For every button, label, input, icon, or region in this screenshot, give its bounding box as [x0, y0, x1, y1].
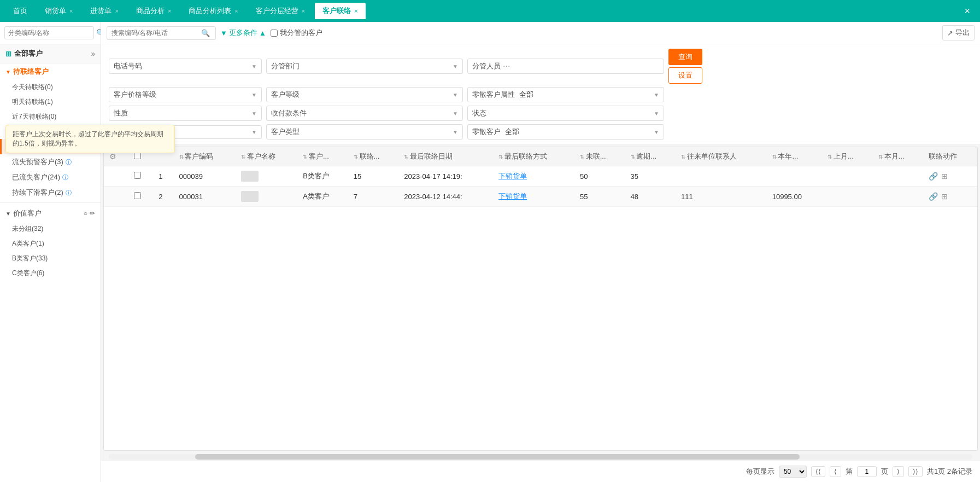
- toolbar-row: 🔍 ▼ 更多条件 ▲ 我分管的客户 ↗ 导出: [101, 22, 980, 44]
- info-icon-2[interactable]: ⓘ: [62, 173, 68, 182]
- sidebar-item-loss-warning[interactable]: 流失预警客户(3) ⓘ: [0, 154, 101, 170]
- col-this-month[interactable]: 本月...: [873, 147, 924, 166]
- filter-retail-customer[interactable]: 零散客户 全部 ▼: [467, 124, 664, 140]
- filter-phone[interactable]: 电话号码 ▼: [109, 59, 262, 74]
- row-action-link-icon[interactable]: 🔗: [929, 172, 938, 181]
- tab-customer-segmentation[interactable]: 客户分层经营 ×: [248, 3, 313, 19]
- filter-customer-type[interactable]: 客户类型 ▼: [266, 124, 463, 140]
- col-this-year[interactable]: 本年...: [767, 147, 823, 166]
- row-checkbox[interactable]: [134, 172, 141, 179]
- last-contact-method-link[interactable]: 下销货单: [498, 192, 527, 200]
- sidebar-item-7days-contact[interactable]: 近7天待联络(0): [0, 109, 101, 124]
- row-last-month: [822, 187, 873, 207]
- sidebar-all-customers[interactable]: ⊞ 全部客户 »: [0, 44, 101, 63]
- sidebar-search-input[interactable]: [4, 26, 94, 39]
- filter-retail-attr[interactable]: 零散客户属性 全部 ▼: [467, 87, 664, 102]
- tab-product-analysis-list[interactable]: 商品分析列表 ×: [181, 3, 245, 19]
- my-customers-checkbox-label[interactable]: 我分管的客户: [271, 28, 322, 38]
- row-this-month: [873, 187, 924, 207]
- query-button[interactable]: 查询: [668, 49, 702, 65]
- col-code[interactable]: 客户编码: [174, 147, 236, 166]
- tab-product-analysis[interactable]: 商品分析 ×: [128, 3, 179, 19]
- sidebar-item-a-class[interactable]: A类客户(1): [0, 236, 101, 251]
- first-page-button[interactable]: ⟨⟨: [811, 466, 825, 477]
- filter-customer-type-arrow: ▼: [453, 129, 458, 135]
- filter-nature[interactable]: 性质 ▼: [109, 106, 262, 121]
- sidebar-value-customer-group[interactable]: ▼ 价值客户 ○ ✏: [0, 205, 101, 222]
- sidebar-item-b-class[interactable]: B类客户(33): [0, 251, 101, 266]
- scrollbar-thumb[interactable]: [195, 454, 800, 460]
- sidebar-item-today-contact[interactable]: 今天待联络(0): [0, 80, 101, 95]
- tab-sales-order[interactable]: 销货单 ×: [37, 3, 80, 19]
- last-contact-method-link[interactable]: 下销货单: [498, 172, 527, 180]
- filter-dept[interactable]: 分管部门 ▼: [266, 59, 463, 74]
- col-last-month[interactable]: 上月...: [822, 147, 873, 166]
- filter-customer-level[interactable]: 客户等级 ▼: [266, 87, 463, 102]
- sidebar-search-icon[interactable]: 🔍: [96, 28, 101, 37]
- value-group-edit-icon[interactable]: ✏: [90, 210, 95, 217]
- action-buttons: 查询 设置: [668, 49, 702, 84]
- table-settings-gear[interactable]: ⚙: [109, 152, 116, 161]
- tab-customer-contact[interactable]: 客户联络 ×: [315, 3, 365, 19]
- tab-home[interactable]: 首页: [5, 3, 35, 19]
- row-checkbox[interactable]: [134, 192, 141, 199]
- col-type[interactable]: 客户...: [297, 147, 348, 166]
- col-last-contact-method[interactable]: 最后联络方式: [493, 147, 574, 166]
- table-row: 1 000039 B类客户 15 2023-04-17 14:19: 下销货单 …: [104, 166, 977, 187]
- tab-purchase-order[interactable]: 进货单 ×: [83, 3, 126, 19]
- sidebar-item-c-class[interactable]: C类客户(6): [0, 266, 101, 281]
- last-page-button[interactable]: ⟩⟩: [908, 466, 923, 477]
- sidebar-collapse-btn[interactable]: »: [91, 49, 95, 58]
- tab-product-analysis-close[interactable]: ×: [168, 8, 171, 14]
- filter-row-1: 电话号码 ▼ 分管部门 ▼ 分管人员 ··· 查询 设置: [109, 49, 972, 84]
- prev-page-button[interactable]: ⟨: [830, 466, 841, 477]
- info-icon-1[interactable]: ⓘ: [66, 158, 72, 166]
- tab-purchase-order-close[interactable]: ×: [115, 8, 118, 14]
- filter-payment[interactable]: 收付款条件 ▼: [266, 106, 463, 121]
- filter-manager-more[interactable]: ···: [503, 61, 510, 71]
- next-page-button[interactable]: ⟩: [893, 466, 904, 477]
- sidebar-item-tomorrow-contact[interactable]: 明天待联络(1): [0, 95, 101, 109]
- filter-price-level[interactable]: 客户价格等级 ▼: [109, 87, 262, 102]
- col-overdue[interactable]: 逾期...: [625, 147, 676, 166]
- search-icon[interactable]: 🔍: [201, 29, 210, 37]
- tab-customer-segmentation-close[interactable]: ×: [302, 8, 305, 14]
- filter-manager[interactable]: 分管人员 ···: [467, 59, 664, 74]
- page-number-input[interactable]: [857, 466, 877, 477]
- row-actions: 🔗 ⊞: [923, 187, 977, 207]
- col-last-contact-date[interactable]: 最后联络日期: [398, 147, 493, 166]
- filter-phone-arrow: ▼: [251, 63, 257, 69]
- my-customers-checkbox[interactable]: [271, 30, 278, 37]
- settings-button[interactable]: 设置: [668, 67, 702, 84]
- window-close-button[interactable]: ×: [960, 3, 975, 19]
- col-contact[interactable]: 联络...: [348, 147, 399, 166]
- more-conditions-button[interactable]: ▼ 更多条件 ▲: [220, 28, 266, 38]
- data-table-container: ⚙ 客户编码 客户名称 客户... 联络... 最后联络日期 最后联络方式 未联…: [103, 147, 978, 451]
- row-action-link-icon[interactable]: 🔗: [929, 192, 938, 201]
- tab-customer-contact-close[interactable]: ×: [354, 8, 357, 14]
- export-button[interactable]: ↗ 导出: [942, 25, 975, 40]
- row-overdue: 48: [625, 187, 676, 207]
- info-icon-3[interactable]: ⓘ: [66, 189, 72, 197]
- sidebar-search-area: 🔍: [0, 22, 101, 44]
- filter-row-2: 客户价格等级 ▼ 客户等级 ▼ 零散客户属性 全部 ▼: [109, 87, 972, 102]
- col-uncontacted[interactable]: 未联...: [574, 147, 625, 166]
- sidebar-group-pending-contact[interactable]: ▼ 待联络客户: [0, 63, 101, 80]
- row-name: [236, 166, 297, 187]
- sidebar-item-declining-customers[interactable]: 持续下滑客户(2) ⓘ: [0, 185, 101, 200]
- tab-product-analysis-list-close[interactable]: ×: [234, 8, 238, 14]
- col-company-contact[interactable]: 往来单位联系人: [676, 147, 767, 166]
- page-size-select[interactable]: 50 100 200: [779, 466, 807, 478]
- filter-status[interactable]: 状态 ▼: [467, 106, 664, 121]
- col-name[interactable]: 客户名称: [236, 147, 297, 166]
- tab-sales-order-close[interactable]: ×: [69, 8, 73, 14]
- horizontal-scrollbar[interactable]: [109, 454, 972, 460]
- value-group-circle-icon[interactable]: ○: [84, 210, 87, 217]
- sidebar-divider: [0, 202, 101, 203]
- sidebar-item-lost-customers[interactable]: 已流失客户(24) ⓘ: [0, 170, 101, 185]
- search-input[interactable]: [112, 29, 199, 37]
- sidebar-item-ungroup[interactable]: 未分组(32): [0, 222, 101, 236]
- row-this-month: [873, 166, 924, 187]
- row-action-grid-icon[interactable]: ⊞: [941, 172, 948, 181]
- row-action-grid-icon[interactable]: ⊞: [941, 192, 948, 201]
